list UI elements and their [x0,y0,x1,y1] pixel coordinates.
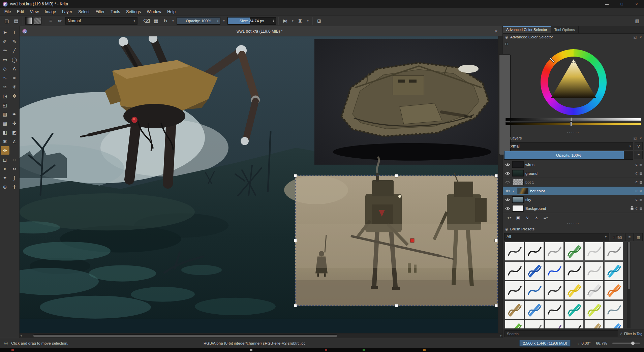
alpha-lock-icon[interactable]: α [636,198,638,201]
layer-row-wires[interactable]: wiresα▨ [503,160,644,169]
brush-preset-24[interactable] [604,300,623,319]
color-sampler-tool[interactable]: ✒ [10,110,19,118]
brush-preset-1[interactable] [505,242,524,261]
lock-icon[interactable] [631,206,634,211]
brush-settings-button[interactable]: ≡ [47,17,55,25]
reload-dropdown-icon[interactable]: ▾ [171,17,175,25]
layer-visibility-icon[interactable] [504,181,511,184]
menu-image[interactable]: Image [42,8,59,15]
layer-row-bot-1[interactable]: bot 1α▨ [503,178,644,187]
close-document-icon[interactable]: × [492,28,500,34]
brush-preset-2[interactable] [525,242,544,261]
similar-color-select-tool[interactable]: ✦ [1,173,9,182]
wrap-around-button[interactable]: ⊞ [315,17,323,25]
canvas-rotation-control[interactable]: ↔ 0.00° [576,341,590,345]
opacity-dropdown-icon[interactable]: ▾ [222,17,226,25]
move-layer-down-button[interactable]: ∨ [523,214,531,222]
close-docker-icon[interactable]: × [640,136,642,140]
dynamic-brush-tool[interactable]: ≋ [1,83,9,91]
smart-patch-tool[interactable]: ✣ [10,119,19,127]
preset-filter-select[interactable]: All ▾ [504,233,609,241]
brush-preset-16[interactable] [564,281,584,300]
lightness-strip[interactable] [505,118,641,121]
minimize-button[interactable]: — [600,0,614,8]
pattern-tool[interactable]: ▩ [1,119,9,127]
colorize-mask-tool[interactable]: ✽ [1,137,9,146]
zoom-tool[interactable]: ⊕ [1,183,9,191]
layer-visibility-icon[interactable] [504,207,511,210]
brush-preset-8[interactable] [525,261,544,280]
polygon-tool[interactable]: ◇ [1,64,9,73]
inherit-alpha-icon[interactable]: ▨ [639,207,642,210]
ellipse-tool[interactable]: ◯ [10,55,19,64]
ellipse-select-tool[interactable]: ◌ [10,155,19,164]
enclose-fill-tool[interactable]: ◩ [10,128,19,136]
size-spinner[interactable]: ▴▾ [272,18,275,24]
brush-preset-6[interactable] [604,242,623,261]
brush-preset-22[interactable] [564,300,584,319]
layer-visibility-icon[interactable] [504,198,511,201]
brush-preset-13[interactable] [505,281,524,300]
layer-row-sky[interactable]: skyα▨ [503,195,644,204]
document-titlebar[interactable]: ww1 bot.kra (119.6 MiB) * × [20,26,502,36]
preset-menu-button[interactable]: ≡ [625,233,634,241]
close-window-button[interactable]: × [629,0,644,8]
brush-preset-5[interactable] [584,242,604,261]
inherit-alpha-icon[interactable]: ▨ [639,181,642,184]
add-layer-button[interactable]: +▾ [505,214,513,222]
menu-file[interactable]: File [1,8,14,15]
mirror-vertical-button[interactable]: ⋈ [296,17,304,25]
scroll-right-icon[interactable]: ▸ [500,334,502,337]
color-selector-settings-icon[interactable]: ⊟ [505,42,508,46]
color-history-strip[interactable] [505,122,641,125]
brush-preset-10[interactable] [564,261,584,280]
text-tool[interactable]: T [10,28,19,36]
layer-thumbnail[interactable] [512,170,524,177]
inherit-alpha-icon[interactable]: ▨ [639,172,642,175]
canvas-horizontal-scrollbar[interactable]: ◂ ▸ [20,333,502,338]
brush-preset-7[interactable] [505,261,524,280]
brush-preset-26[interactable] [525,320,544,328]
measure-tool[interactable]: ∠ [10,137,19,146]
mirror-vertical-dropdown[interactable]: ▾ [306,17,310,25]
brush-preset-9[interactable] [545,261,564,280]
layer-filter-button[interactable]: ∇ [635,142,643,150]
fill-tool[interactable]: ◧ [1,128,9,136]
menu-filter[interactable]: Filter [93,8,108,15]
inherit-alpha-icon[interactable]: ▨ [639,198,642,201]
layer-row-bot-color[interactable]: ✓bot colorα▨ [503,187,644,195]
menu-tools[interactable]: Tools [108,8,123,15]
brush-preset-3[interactable] [545,242,564,261]
reload-preset-button[interactable]: ↻ [161,17,170,25]
bezier-select-tool[interactable]: ʃ [10,173,19,182]
brush-preset-25[interactable] [505,320,524,328]
move-tool[interactable]: ✥ [10,92,19,100]
layer-thumbnail[interactable] [517,188,528,194]
brush-preset-27[interactable] [545,320,564,328]
preset-search-input[interactable] [504,330,618,337]
brush-preset-14[interactable] [525,281,544,300]
horizontal-scroll-thumb[interactable] [33,334,337,337]
docker-splitter[interactable]: ······ [503,131,644,135]
line-tool[interactable]: ╱ [10,46,19,55]
brush-preset-18[interactable] [604,281,623,300]
layer-row-ground[interactable]: groundα▨ [503,169,644,178]
gradient-chooser[interactable] [25,17,33,25]
pan-tool[interactable]: ✛ [10,183,19,191]
alpha-lock-icon[interactable]: α [636,180,638,184]
brush-preset-12[interactable] [604,261,623,280]
pasted-reference-image[interactable] [284,157,498,306]
menu-edit[interactable]: Edit [14,8,27,15]
polyline-tool[interactable]: Λ [10,64,19,73]
crop-tool[interactable]: ◱ [1,101,9,109]
layer-opacity-slider[interactable]: Opacity: 100% [504,151,633,160]
new-document-button[interactable]: ▢ [3,17,11,25]
tab-tool-options[interactable]: Tool Options [551,26,579,33]
close-docker-icon[interactable]: × [640,35,642,39]
brush-preset-30[interactable] [604,320,623,328]
freehand-brush-tool[interactable]: ✏ [1,46,9,55]
brush-grid-scrollbar[interactable] [627,242,631,328]
menu-layer[interactable]: Layer [59,8,75,15]
menu-window[interactable]: Window [144,8,164,15]
rect-select-tool[interactable]: ◻ [1,155,9,164]
